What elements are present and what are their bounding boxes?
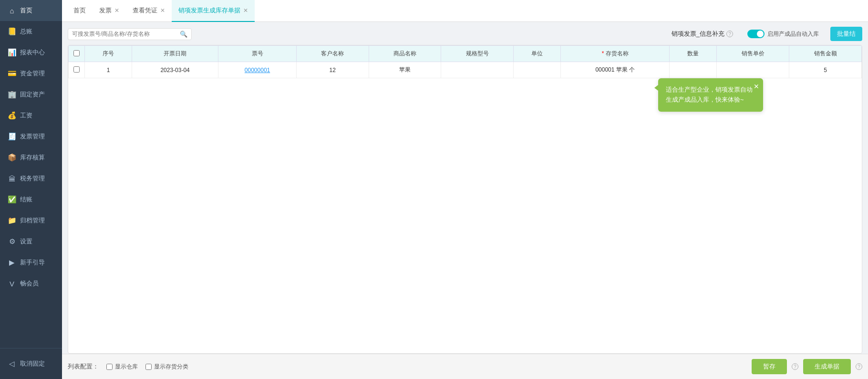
toggle-area: 启用产成品自动入库 [747,30,819,38]
sidebar-item-fixed-assets[interactable]: 🏢 固定资产 [0,84,62,105]
tab-home[interactable]: 首页 [67,0,93,22]
row-price [717,62,789,78]
tooltip-box: ✕ 适合生产型企业，销项发票自动生成产成品入库，快来体验~ [658,78,763,112]
close-voucher-tab[interactable]: ✕ [160,7,165,14]
sidebar-item-member[interactable]: V 畅会员 [0,273,62,294]
sidebar-item-label: 资金管理 [20,69,45,78]
tab-generate-label: 销项发票生成库存单据 [178,6,240,15]
row-amount: 5 [789,62,862,78]
toolbar: 🔍 销项发票_信息补充 ? 启用产成品自动入库 批量结 [68,27,862,41]
content-area: 🔍 销项发票_信息补充 ? 启用产成品自动入库 批量结 [62,22,868,354]
unfix-icon: ◁ [8,359,16,368]
sidebar-item-label: 设置 [20,237,32,246]
th-amount: 销售金额 [789,46,862,62]
sidebar-item-payroll[interactable]: 💰 工资 [0,105,62,126]
sidebar-item-label: 发票管理 [20,132,45,141]
member-icon: V [8,280,16,288]
sidebar-item-label: 归档管理 [20,216,45,225]
main-area: 首页 发票 ✕ 查看凭证 ✕ 销项发票生成库存单据 ✕ 🔍 销项发票_信息补充 … [62,0,868,379]
th-seq: 序号 [85,46,132,62]
fund-icon: 💳 [8,69,16,78]
save-help-icon[interactable]: ? [792,363,798,370]
data-table: 序号 开票日期 票号 客户名称 商品名称 规格型号 单位 存货名称 数量 销售单… [68,45,862,78]
sidebar-item-label: 总账 [20,27,32,36]
row-inventory: 000001 苹果 个 [561,62,670,78]
sidebar-item-label: 税务管理 [20,174,45,183]
inventory-icon: 📦 [8,153,16,162]
table-row: 1 2023-03-04 00000001 12 苹果 000001 苹果 个 … [69,62,862,78]
batch-button[interactable]: 批量结 [830,27,862,41]
sidebar-item-label: 畅会员 [20,279,39,288]
sidebar-item-settings[interactable]: ⚙ 设置 [0,231,62,252]
info-label: 销项发票_信息补充 ? [672,30,733,38]
toggle-label: 启用产成品自动入库 [767,30,819,38]
tab-voucher-label: 查看凭证 [133,6,157,15]
sidebar-item-report-center[interactable]: 📊 报表中心 [0,42,62,63]
show-warehouse-wrap: 显示仓库 [106,363,138,371]
th-goods: 商品名称 [369,46,441,62]
th-unit: 单位 [514,46,561,62]
tab-generate[interactable]: 销项发票生成库存单据 ✕ [172,0,255,22]
sidebar-item-invoice-mgmt[interactable]: 🧾 发票管理 [0,126,62,147]
unfix-button[interactable]: ◁ 取消固定 [0,353,62,374]
sidebar-item-label: 新手引导 [20,258,45,267]
th-customer: 客户名称 [296,46,369,62]
th-price: 销售单价 [717,46,789,62]
row-qty [670,62,717,78]
sidebar-item-guide[interactable]: ▶ 新手引导 [0,252,62,273]
sidebar-bottom: ◁ 取消固定 [0,348,62,379]
sidebar: ⌂ 首页 📒 总账 📊 报表中心 💳 资金管理 🏢 固定资产 💰 工资 🧾 发票… [0,0,62,379]
show-category-checkbox[interactable] [145,364,152,370]
tax-icon: 🏛 [8,175,16,183]
settings-icon: ⚙ [8,237,16,246]
home-icon: ⌂ [8,7,16,15]
tooltip-close-button[interactable]: ✕ [754,81,759,92]
sidebar-item-label: 库存核算 [20,153,45,162]
close-invoice-tab[interactable]: ✕ [114,7,119,14]
info-text: 销项发票_信息补充 [672,30,724,38]
search-icon: 🔍 [180,31,187,38]
th-qty: 数量 [670,46,717,62]
report-icon: 📊 [8,48,16,57]
generate-button[interactable]: 生成单据 [803,359,851,374]
row-seq: 1 [85,62,132,78]
payroll-icon: 💰 [8,111,16,120]
row-checkbox[interactable] [73,66,80,73]
show-warehouse-label: 显示仓库 [115,363,138,371]
invoice-icon: 🧾 [8,132,16,141]
sidebar-item-label: 首页 [20,6,32,15]
auto-warehouse-toggle[interactable] [747,30,765,38]
sidebar-item-settlement[interactable]: ✅ 结账 [0,189,62,210]
sidebar-item-fund-mgmt[interactable]: 💳 资金管理 [0,63,62,84]
sidebar-item-general-ledger[interactable]: 📒 总账 [0,21,62,42]
sidebar-item-label: 报表中心 [20,48,45,57]
unfix-label: 取消固定 [20,359,45,368]
sidebar-item-label: 结账 [20,195,32,204]
sidebar-item-tax-mgmt[interactable]: 🏛 税务管理 [0,168,62,189]
gen-help-icon[interactable]: ? [856,363,862,370]
tab-voucher[interactable]: 查看凭证 ✕ [126,0,172,22]
save-button[interactable]: 暂存 [752,359,787,374]
sidebar-item-inventory[interactable]: 📦 库存核算 [0,147,62,168]
config-label: 列表配置： [68,362,99,371]
bottom-buttons: 暂存 ? 生成单据 ? [752,359,862,374]
row-number: 00000001 [218,62,297,78]
info-help-icon[interactable]: ? [726,31,733,37]
show-category-wrap: 显示存货分类 [145,363,188,371]
select-all-checkbox[interactable] [73,50,80,56]
show-warehouse-checkbox[interactable] [106,364,113,370]
row-number-link[interactable]: 00000001 [245,67,270,74]
row-checkbox-cell [69,62,85,78]
tab-home-label: 首页 [73,6,86,15]
tab-bar: 首页 发票 ✕ 查看凭证 ✕ 销项发票生成库存单据 ✕ [62,0,868,22]
sidebar-item-archive-mgmt[interactable]: 📁 归档管理 [0,210,62,231]
search-input[interactable] [72,31,180,37]
sidebar-item-home[interactable]: ⌂ 首页 [0,0,62,21]
close-generate-tab[interactable]: ✕ [243,7,248,14]
row-spec [441,62,514,78]
search-box[interactable]: 🔍 [68,28,192,40]
th-inventory: 存货名称 [561,46,670,62]
tab-invoice[interactable]: 发票 ✕ [93,0,126,22]
sidebar-item-label: 工资 [20,111,32,120]
th-spec: 规格型号 [441,46,514,62]
